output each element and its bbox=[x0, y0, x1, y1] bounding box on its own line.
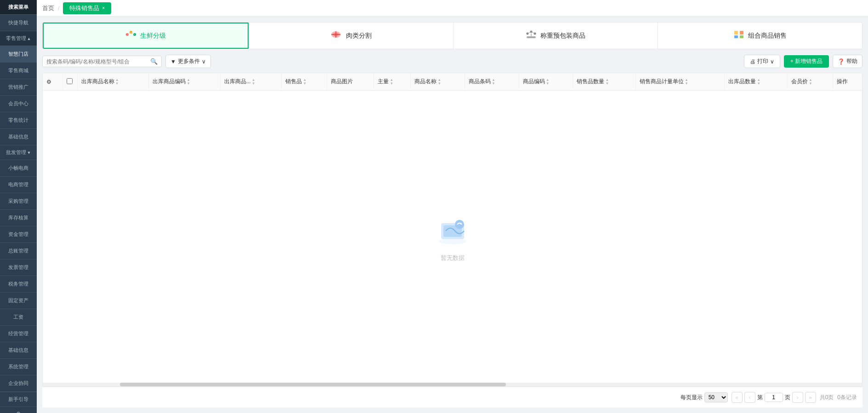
svg-rect-18 bbox=[734, 35, 738, 38]
topbar: 首页 / 特殊销售品 × bbox=[37, 0, 868, 17]
svg-point-24 bbox=[460, 223, 461, 224]
filter-label: 更多条件 bbox=[178, 57, 200, 65]
th-product-barcode[interactable]: 商品条码 ▲▼ bbox=[465, 73, 519, 91]
toolbar: 🔍 ▼ 更多条件 ∨ 🖨 打印 ∨ + 新增销售品 ❓ bbox=[42, 55, 862, 68]
empty-state: 暂无数据 bbox=[43, 91, 862, 383]
category-tabs: 生鲜分级 肉类分割 bbox=[42, 22, 862, 49]
sidebar-item-general-ledger[interactable]: 总账管理 bbox=[0, 243, 37, 259]
empty-state-icon bbox=[434, 212, 471, 248]
svg-rect-17 bbox=[740, 31, 743, 34]
search-icon[interactable]: 🔍 bbox=[150, 58, 158, 65]
sidebar-item-batch-mgmt[interactable]: 批发管理 ▼ bbox=[0, 145, 37, 160]
print-label: 打印 bbox=[757, 57, 768, 65]
th-settings[interactable]: ⚙ bbox=[43, 73, 62, 91]
sidebar-item-business-mgmt[interactable]: 经营管理 bbox=[0, 326, 37, 342]
sidebar-item-retail-mgmt[interactable]: 零售管理 ▲ bbox=[0, 31, 37, 46]
sort-icon-product-code: ▲▼ bbox=[546, 78, 550, 86]
sidebar-item-retail-mall[interactable]: 零售商城 bbox=[0, 63, 37, 79]
th-product-name[interactable]: 商品名称 ▲▼ bbox=[411, 73, 465, 91]
sidebar-logo[interactable]: 搜索菜单 bbox=[0, 0, 37, 15]
th-member-price[interactable]: 会员价 ▲▼ bbox=[787, 73, 833, 91]
svg-point-11 bbox=[533, 33, 536, 35]
sidebar-item-enterprise-collab[interactable]: 企业协同 bbox=[0, 375, 37, 392]
sort-icon-sale-product: ▲▼ bbox=[303, 78, 306, 86]
print-button[interactable]: 🖨 打印 ∨ bbox=[744, 55, 780, 68]
sidebar-item-invoice-mgmt[interactable]: 发票管理 bbox=[0, 259, 37, 276]
th-product-code[interactable]: 商品编码 ▲▼ bbox=[519, 73, 573, 91]
last-page-button[interactable]: » bbox=[805, 392, 816, 403]
sidebar-item-system-mgmt[interactable]: 系统管理 bbox=[0, 359, 37, 375]
sidebar-item-basic-info-retail[interactable]: 基础信息 bbox=[0, 129, 37, 145]
table-header-row: ⚙ 出库商品名称 ▲▼ 出库商品编码 bbox=[43, 73, 862, 91]
filter-button[interactable]: ▼ 更多条件 ∨ bbox=[165, 55, 211, 68]
sidebar-item-fixed-assets[interactable]: 固定资产 bbox=[0, 293, 37, 309]
sidebar-item-quick-nav[interactable]: 快捷导航 bbox=[0, 15, 37, 31]
sidebar-item-funds-mgmt[interactable]: 资金管理 bbox=[0, 226, 37, 243]
first-page-button[interactable]: « bbox=[732, 392, 743, 403]
th-out-qty[interactable]: 出库品数量 ▲▼ bbox=[725, 73, 788, 91]
search-input[interactable] bbox=[46, 58, 148, 65]
th-sale-unit[interactable]: 销售商品计量单位 ▲▼ bbox=[636, 73, 725, 91]
svg-rect-19 bbox=[740, 35, 743, 38]
add-product-button[interactable]: + 新增销售品 bbox=[784, 55, 829, 68]
current-tab[interactable]: 特殊销售品 × bbox=[63, 2, 111, 14]
sidebar-new-guide[interactable]: 新手引导 bbox=[0, 392, 37, 407]
data-table: ⚙ 出库商品名称 ▲▼ 出库商品编码 bbox=[43, 73, 862, 91]
next-page-button[interactable]: › bbox=[792, 392, 803, 403]
sidebar-item-purchase-mgmt[interactable]: 采购管理 bbox=[0, 193, 37, 210]
pagination: 每页显示 10 20 50 100 « ‹ 第 页 › » 共0页 0条记录 bbox=[42, 387, 862, 407]
sort-icon-sale-qty: ▲▼ bbox=[605, 78, 609, 86]
filter-dropdown-icon: ∨ bbox=[202, 58, 206, 65]
th-out-product-name[interactable]: 出库商品名称 ▲▼ bbox=[77, 73, 148, 91]
th-actions: 操作 bbox=[833, 73, 862, 91]
th-out-product-code[interactable]: 出库商品编码 ▲▼ bbox=[149, 73, 220, 91]
table-container: ⚙ 出库商品名称 ▲▼ 出库商品编码 bbox=[42, 73, 862, 387]
sidebar-item-inventory[interactable]: 库存核算 bbox=[0, 210, 37, 226]
tab-close-icon[interactable]: × bbox=[102, 6, 105, 11]
th-out-product-more[interactable]: 出库商品... ▲▼ bbox=[220, 73, 281, 91]
page-number-input[interactable] bbox=[765, 393, 783, 402]
add-label: + 新增销售品 bbox=[790, 57, 823, 65]
sidebar-item-member-center[interactable]: 会员中心 bbox=[0, 96, 37, 112]
sort-icon-sale-unit: ▲▼ bbox=[685, 78, 688, 86]
help-label: 帮助 bbox=[846, 57, 857, 65]
th-main-weight[interactable]: 主量 ▲▼ bbox=[374, 73, 411, 91]
fresh-grade-label: 生鲜分级 bbox=[140, 32, 166, 40]
sort-icon-member-price: ▲▼ bbox=[809, 78, 812, 86]
filter-icon: ▼ bbox=[170, 58, 176, 65]
meat-cut-label: 肉类分割 bbox=[346, 32, 372, 40]
sidebar-item-smart-store[interactable]: 智慧门店 bbox=[0, 46, 37, 63]
horizontal-scrollbar[interactable] bbox=[43, 383, 862, 386]
scrollbar-thumb[interactable] bbox=[120, 383, 506, 386]
select-all-checkbox[interactable] bbox=[67, 78, 73, 84]
th-sale-product[interactable]: 销售品 ▲▼ bbox=[282, 73, 327, 91]
sidebar-item-work[interactable]: 工资 bbox=[0, 309, 37, 326]
sidebar-item-retail-stats[interactable]: 零售统计 bbox=[0, 112, 37, 129]
cat-tab-fresh-grade[interactable]: 生鲜分级 bbox=[43, 23, 249, 49]
combo-sales-label: 组合商品销售 bbox=[748, 32, 787, 40]
cat-tab-combo-sales[interactable]: 组合商品销售 bbox=[658, 23, 862, 49]
breadcrumb-home[interactable]: 首页 bbox=[42, 4, 54, 12]
cat-tab-weight-prepack[interactable]: 称重预包装商品 bbox=[454, 23, 658, 49]
per-page-label: 每页显示 bbox=[681, 394, 703, 402]
sidebar-item-sales-promo[interactable]: 营销推广 bbox=[0, 79, 37, 96]
sidebar-item-mini-store[interactable]: 小畅电商 bbox=[0, 160, 37, 177]
cat-tab-meat-cut[interactable]: 肉类分割 bbox=[249, 23, 453, 49]
th-sale-qty[interactable]: 销售品数量 ▲▼ bbox=[573, 73, 636, 91]
sidebar-settings[interactable]: ⚙ bbox=[0, 407, 37, 413]
svg-point-23 bbox=[455, 220, 464, 229]
prev-page-button[interactable]: ‹ bbox=[744, 392, 755, 403]
sidebar-item-ecommerce-mgmt[interactable]: 电商管理 bbox=[0, 177, 37, 193]
search-box[interactable]: 🔍 bbox=[42, 56, 162, 67]
sidebar-item-basic-info[interactable]: 基础信息 bbox=[0, 342, 37, 359]
meat-cut-icon bbox=[329, 30, 342, 41]
per-page-dropdown[interactable]: 10 20 50 100 bbox=[704, 392, 728, 402]
page-word-label: 第 bbox=[757, 394, 763, 402]
retail-mgmt-arrow: ▲ bbox=[27, 36, 31, 41]
combo-sales-icon bbox=[733, 30, 744, 41]
page-nav: « ‹ 第 页 › » bbox=[732, 392, 816, 403]
sidebar-item-tax-mgmt[interactable]: 税务管理 bbox=[0, 276, 37, 293]
sort-icon-out-product-code: ▲▼ bbox=[187, 78, 190, 86]
th-checkbox[interactable] bbox=[62, 73, 77, 91]
help-button[interactable]: ❓ 帮助 bbox=[833, 55, 862, 68]
